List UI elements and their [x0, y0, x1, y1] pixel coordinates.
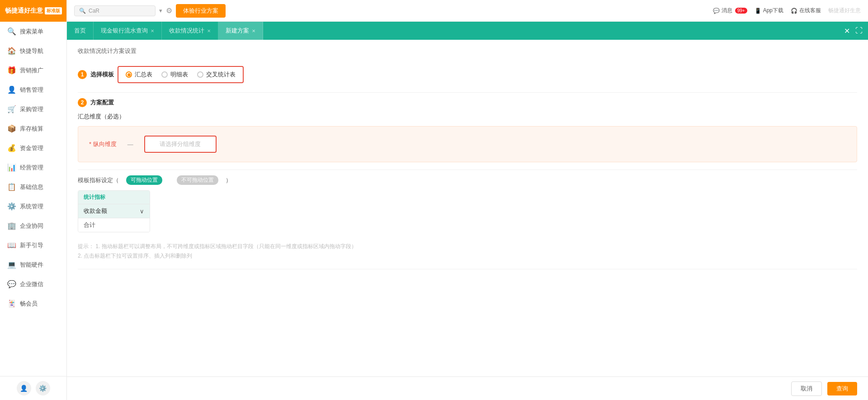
sidebar-item-marketing[interactable]: 🎁 营销推广: [0, 61, 66, 80]
cancel-button[interactable]: 取消: [791, 381, 822, 396]
section1-title: 选择模板: [90, 71, 114, 79]
section-template: 1 选择模板 汇总表 明细表 交叉统计表: [78, 66, 857, 83]
sidebar-bottom-icon1[interactable]: 👤: [17, 381, 31, 395]
tab-home[interactable]: 首页: [67, 22, 94, 40]
sidebar-item-label: 采购管理: [20, 105, 43, 113]
message-action[interactable]: 💬 消息 99+: [713, 7, 747, 14]
support-action[interactable]: 🎧 在线客服: [791, 7, 821, 14]
section2-header: 2 方案配置: [78, 98, 857, 107]
user-action[interactable]: 畅捷通好生意: [828, 7, 861, 14]
tab-bank-flow-close[interactable]: ✕: [151, 28, 154, 33]
gear-icon: ⚙️: [7, 202, 16, 211]
main-area: 🔍 CaR ▾ ⚙ 体验行业方案 💬 消息 99+ 📱 App下载 🎧 在线客服: [67, 0, 868, 400]
sidebar-item-inventory[interactable]: 📦 库存核算: [0, 119, 66, 138]
logo-text: 畅捷通好生意: [5, 7, 43, 15]
sidebar-item-wechat[interactable]: 💬 企业微信: [0, 274, 66, 294]
metrics-table-header: 统计指标: [78, 191, 150, 204]
tab-collection-stats-label: 收款情况统计: [169, 27, 204, 35]
logo-badge: 标准版: [45, 7, 62, 14]
laptop-icon: 💻: [7, 260, 16, 269]
radio-summary[interactable]: 汇总表: [126, 71, 152, 79]
metrics-cell2-label: 合计: [84, 221, 95, 228]
tip2: 2. 点击标题栏下拉可设置排序、插入列和删除列: [78, 252, 857, 260]
tab-close-all-icon[interactable]: ✕: [844, 27, 850, 35]
sidebar-bottom-icon2[interactable]: ⚙️: [36, 381, 50, 395]
tab-collection-stats[interactable]: 收款情况统计 ✕: [162, 22, 218, 40]
section2-title: 方案配置: [90, 99, 114, 107]
sidebar-item-enterprise[interactable]: 🏢 企业协同: [0, 216, 66, 235]
sidebar-item-operations[interactable]: 📊 经营管理: [0, 158, 66, 177]
industry-btn[interactable]: 体验行业方案: [176, 4, 226, 18]
chart-icon: 📊: [7, 163, 16, 172]
dropdown-icon[interactable]: ▾: [159, 7, 162, 14]
top-header-right: 💬 消息 99+ 📱 App下载 🎧 在线客服 畅捷通好生意: [713, 7, 861, 14]
metrics-cell2: 合计: [78, 218, 150, 232]
sidebar-item-label: 智能硬件: [20, 261, 43, 269]
sidebar-item-label: 搜索菜单: [20, 28, 43, 36]
sidebar-item-search-menu[interactable]: 🔍 搜索菜单: [0, 22, 66, 41]
tip1: 提示： 1. 拖动标题栏可以调整布局，不可跨维度或指标区域拖动栏目字段（只能在同…: [78, 243, 857, 250]
tab-new-plan[interactable]: 新建方案 ✕: [218, 22, 263, 40]
tab-bar: 首页 现金银行流水查询 ✕ 收款情况统计 ✕ 新建方案 ✕ ✕ ⛶: [67, 22, 868, 40]
radio-summary-circle: [126, 71, 132, 78]
sidebar-item-sales[interactable]: 👤 销售管理: [0, 80, 66, 99]
tab-bar-right: ✕ ⛶: [839, 22, 868, 40]
sidebar-item-label: 库存核算: [20, 125, 43, 133]
query-button[interactable]: 查询: [827, 382, 857, 395]
search-menu-icon: 🔍: [7, 27, 16, 36]
radio-detail[interactable]: 明细表: [161, 71, 188, 79]
download-label: App下载: [763, 7, 783, 14]
tab-bank-flow[interactable]: 现金银行流水查询 ✕: [94, 22, 162, 40]
dimension-select[interactable]: 请选择分组维度: [144, 136, 217, 153]
radio-cross[interactable]: 交叉统计表: [197, 71, 236, 79]
tips-section: 提示： 1. 拖动标题栏可以调整布局，不可跨维度或指标区域拖动栏目字段（只能在同…: [78, 243, 857, 260]
tab-expand-icon[interactable]: ⛶: [855, 27, 863, 35]
non-draggable-badge: 不可拖动位置: [177, 175, 218, 185]
clipboard-icon: 📋: [7, 183, 16, 191]
sidebar-item-label: 资金管理: [20, 144, 43, 152]
radio-cross-label: 交叉统计表: [206, 71, 236, 79]
sidebar-item-guide[interactable]: 📖 新手引导: [0, 235, 66, 255]
search-icon: 🔍: [79, 8, 86, 14]
sidebar-item-label: 基础信息: [20, 183, 43, 191]
sidebar-bottom: 👤 ⚙️: [0, 376, 66, 400]
section1-header: 1 选择模板 汇总表 明细表 交叉统计表: [78, 66, 857, 83]
metrics-header: 模板指标设定（ 可拖动位置 不可拖动位置 ）: [78, 175, 857, 185]
radio-summary-label: 汇总表: [135, 71, 152, 79]
row-label: * 纵向维度: [89, 140, 117, 148]
box-icon: 📦: [7, 124, 16, 133]
metrics-label: 模板指标设定（: [78, 176, 119, 184]
settings-icon[interactable]: ⚙: [166, 6, 172, 15]
message-label: 消息: [722, 7, 732, 14]
sidebar-item-member[interactable]: 🃏 畅会员: [0, 294, 66, 313]
card-icon: 🃏: [7, 299, 16, 308]
tab-new-plan-close[interactable]: ✕: [252, 28, 255, 33]
gift-icon: 🎁: [7, 66, 16, 75]
top-header: 🔍 CaR ▾ ⚙ 体验行业方案 💬 消息 99+ 📱 App下载 🎧 在线客服: [67, 0, 868, 22]
cart-icon: 🛒: [7, 105, 16, 113]
chevron-down-icon[interactable]: ∨: [140, 208, 144, 215]
download-action[interactable]: 📱 App下载: [755, 7, 783, 14]
home-icon: 🏠: [7, 47, 16, 55]
sidebar-item-hardware[interactable]: 💻 智能硬件: [0, 255, 66, 274]
sidebar-item-basic-info[interactable]: 📋 基础信息: [0, 177, 66, 197]
tab-bank-flow-label: 现金银行流水查询: [101, 27, 148, 35]
sidebar-item-label: 营销推广: [20, 66, 43, 75]
sidebar-item-quick-nav[interactable]: 🏠 快捷导航: [0, 41, 66, 61]
sidebar-item-label: 系统管理: [20, 202, 43, 211]
page-content: 收款情况统计方案设置 1 选择模板 汇总表 明细表: [67, 40, 868, 376]
divider3: [78, 269, 857, 269]
sidebar-item-system[interactable]: ⚙️ 系统管理: [0, 197, 66, 216]
metrics-table: 统计指标 收款金额 ∨ 合计: [78, 190, 150, 232]
sidebar-item-purchase[interactable]: 🛒 采购管理: [0, 99, 66, 119]
sidebar-item-label: 快捷导航: [20, 47, 43, 55]
sidebar-item-finance[interactable]: 💰 资金管理: [0, 138, 66, 158]
metrics-cell1[interactable]: 收款金额 ∨: [78, 204, 150, 218]
sidebar-item-label: 新手引导: [20, 241, 43, 249]
tab-home-label: 首页: [74, 27, 86, 35]
tab-collection-stats-close[interactable]: ✕: [207, 28, 211, 33]
sidebar-logo: 畅捷通好生意 标准版: [0, 0, 66, 22]
book-icon: 📖: [7, 241, 16, 249]
page-title: 收款情况统计方案设置: [78, 47, 857, 59]
search-bar[interactable]: 🔍 CaR: [74, 5, 156, 16]
